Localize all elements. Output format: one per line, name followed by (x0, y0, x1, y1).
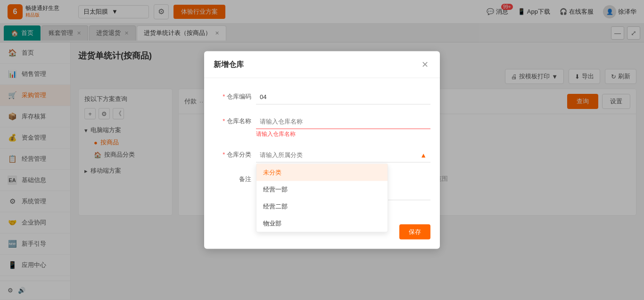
name-error-msg: 请输入仓库名称 (256, 130, 430, 138)
code-input[interactable] (256, 90, 430, 105)
modal-header: 新增仓库 ✕ (204, 51, 440, 78)
category-select-wrap: ▲ (256, 148, 430, 163)
category-control: ▲ 未分类 经营一部 经营二部 物业部 (256, 148, 430, 163)
category-arrow-icon[interactable]: ▲ (420, 151, 427, 159)
save-button[interactable]: 保存 (399, 225, 430, 240)
code-label: 仓库编码 (214, 90, 251, 101)
dropdown-item-2[interactable]: 经营二部 (256, 198, 388, 215)
category-label: 仓库分类 (214, 148, 251, 159)
category-dropdown: 未分类 经营一部 经营二部 物业部 (256, 164, 388, 233)
note-label: 备注 (214, 172, 251, 183)
category-input[interactable] (256, 148, 430, 163)
modal-close-button[interactable]: ✕ (419, 59, 430, 70)
code-control (256, 90, 430, 105)
code-field-row: 仓库编码 (214, 90, 430, 105)
category-field-row: 仓库分类 ▲ 未分类 经营一部 经营二部 物业部 (214, 148, 430, 163)
name-input[interactable] (256, 114, 430, 129)
name-control: 请输入仓库名称 (256, 114, 430, 138)
new-warehouse-modal: 新增仓库 ✕ 仓库编码 仓库名称 请输入仓库名称 仓库分类 ▲ (204, 51, 440, 249)
dropdown-item-1[interactable]: 经营一部 (256, 181, 388, 198)
dropdown-item-0[interactable]: 未分类 (256, 164, 388, 181)
dropdown-item-3[interactable]: 物业部 (256, 215, 388, 232)
name-label: 仓库名称 (214, 114, 251, 125)
modal-title: 新增仓库 (214, 59, 244, 69)
modal-body: 仓库编码 仓库名称 请输入仓库名称 仓库分类 ▲ 未分类 (204, 78, 440, 219)
name-field-row: 仓库名称 请输入仓库名称 (214, 114, 430, 138)
